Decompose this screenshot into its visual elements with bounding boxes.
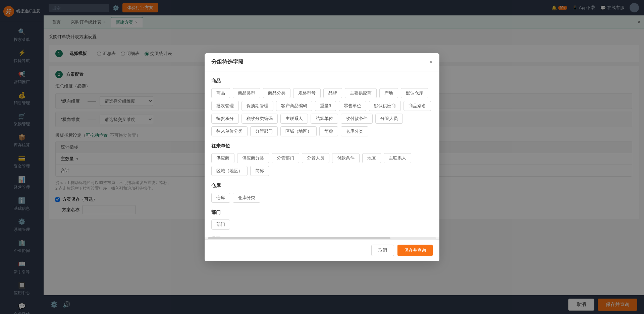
field-tag[interactable]: 区域（地区）: [211, 166, 248, 176]
field-tag[interactable]: 默认供应商: [369, 101, 401, 111]
field-tag[interactable]: 付款条件: [332, 153, 360, 163]
field-tag[interactable]: 供应商分类: [237, 153, 269, 163]
field-tag[interactable]: 仓库分类: [233, 193, 260, 203]
dialog-body: 商品商品商品类型商品分类规格型号品牌主要供应商产地默认仓库批次管理保质期管理客户…: [205, 71, 439, 237]
field-select-dialog: 分组待选字段 × 商品商品商品类型商品分类规格型号品牌主要供应商产地默认仓库批次…: [205, 53, 439, 261]
scrollbar-thumb: [208, 237, 390, 239]
field-tag[interactable]: 客户商品编码: [276, 101, 312, 111]
field-tag[interactable]: 供应商: [211, 153, 234, 163]
field-tag[interactable]: 部门: [211, 219, 230, 230]
field-tag[interactable]: 简称: [319, 126, 338, 136]
dialog-header: 分组待选字段 ×: [205, 53, 439, 71]
field-tag[interactable]: 商品: [211, 88, 230, 98]
section-title-department: 部门: [211, 209, 433, 215]
field-tag[interactable]: 主要供应商: [345, 88, 377, 98]
field-tag[interactable]: 分管人员: [375, 114, 403, 124]
field-tag[interactable]: 仓库: [211, 193, 230, 203]
dialog-confirm-button[interactable]: 保存并查询: [397, 245, 433, 256]
dialog-title: 分组待选字段: [211, 59, 244, 66]
field-tag[interactable]: 零售单位: [339, 101, 366, 111]
field-section-department: 部门部门: [211, 209, 433, 230]
field-tags-product: 商品商品类型商品分类规格型号品牌主要供应商产地默认仓库批次管理保质期管理客户商品…: [211, 88, 433, 136]
field-tag[interactable]: 分管部门: [250, 126, 278, 136]
section-title-partner: 往来单位: [211, 143, 433, 149]
field-section-partner: 往来单位供应商供应商分类分管部门分管人员付款条件地区主联系人区域（地区）简称: [211, 143, 433, 176]
dialog-cancel-button[interactable]: 取消: [371, 245, 394, 256]
field-tag[interactable]: 往来单位分类: [211, 126, 248, 136]
dialog-close-icon[interactable]: ×: [429, 59, 433, 66]
field-tag[interactable]: 收付款条件: [341, 114, 373, 124]
field-tag[interactable]: 规格型号: [293, 88, 321, 98]
field-tag[interactable]: 产地: [379, 88, 398, 98]
field-tag[interactable]: 拣货积分: [211, 114, 239, 124]
field-tag[interactable]: 默认仓库: [401, 88, 428, 98]
field-tag[interactable]: 结算单位: [311, 114, 338, 124]
field-tag[interactable]: 分管部门: [272, 153, 299, 163]
field-tag[interactable]: 简称: [250, 166, 269, 176]
field-tag[interactable]: 区域（地区）: [280, 126, 317, 136]
field-tag[interactable]: 保质期管理: [241, 101, 273, 111]
field-tag[interactable]: 商品分类: [263, 88, 290, 98]
horizontal-scrollbar[interactable]: [208, 237, 436, 239]
field-tags-partner: 供应商供应商分类分管部门分管人员付款条件地区主联系人区域（地区）简称: [211, 153, 433, 176]
section-title-product: 商品: [211, 78, 433, 84]
field-tag[interactable]: 商品别名: [404, 101, 431, 111]
field-tag[interactable]: 批次管理: [211, 101, 239, 111]
dialog-scrollbar-area: [205, 237, 439, 239]
field-tags-warehouse: 仓库仓库分类: [211, 193, 433, 203]
section-title-warehouse: 仓库: [211, 183, 433, 189]
modal-overlay: 分组待选字段 × 商品商品商品类型商品分类规格型号品牌主要供应商产地默认仓库批次…: [0, 0, 644, 314]
field-section-warehouse: 仓库仓库仓库分类: [211, 183, 433, 203]
field-section-product: 商品商品商品类型商品分类规格型号品牌主要供应商产地默认仓库批次管理保质期管理客户…: [211, 78, 433, 136]
field-tags-department: 部门: [211, 219, 433, 230]
field-tag[interactable]: 品牌: [323, 88, 342, 98]
field-tag[interactable]: 商品类型: [233, 88, 260, 98]
field-tag[interactable]: 税收分类编码: [241, 114, 278, 124]
field-tag[interactable]: 主联系人: [280, 114, 308, 124]
field-tag[interactable]: 仓库分类: [341, 126, 368, 136]
field-tag[interactable]: 地区: [362, 153, 381, 163]
field-tag[interactable]: 分管人员: [302, 153, 329, 163]
field-tag[interactable]: 主联系人: [384, 153, 411, 163]
dialog-footer: 取消 保存并查询: [205, 239, 439, 261]
field-tag[interactable]: 重量3: [315, 101, 336, 111]
